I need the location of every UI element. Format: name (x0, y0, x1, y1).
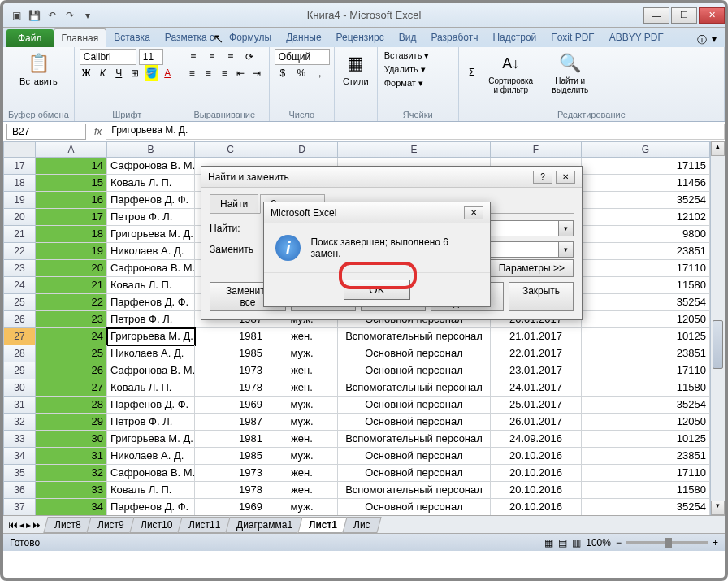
cell[interactable]: Парфенов Д. Ф. (107, 499, 195, 515)
replace-dropdown-icon[interactable]: ▾ (559, 241, 574, 258)
cell[interactable]: Вспомогательный персонал (338, 482, 491, 499)
file-tab[interactable]: Файл (6, 29, 54, 47)
cell[interactable]: 1985 (195, 345, 266, 362)
italic-button[interactable]: К (96, 65, 110, 81)
font-size-combo[interactable] (139, 49, 163, 65)
number-format-combo[interactable] (275, 49, 330, 65)
cell[interactable]: 17115 (582, 158, 710, 175)
ok-button[interactable]: OK (344, 280, 410, 300)
row-header[interactable]: 23 (3, 260, 36, 277)
cell[interactable]: Коваль Л. П. (107, 277, 195, 294)
row-header[interactable]: 28 (3, 345, 36, 362)
cell[interactable]: 1978 (195, 379, 266, 397)
redo-icon[interactable]: ↷ (62, 7, 78, 24)
cell[interactable]: 17110 (582, 362, 710, 379)
minimize-button[interactable]: — (644, 7, 670, 24)
cell[interactable]: 23.01.2017 (491, 362, 582, 379)
delete-cells-button[interactable]: Удалить ▾ (383, 63, 453, 76)
cell[interactable]: 16 (36, 192, 107, 209)
zoom-level[interactable]: 100% (586, 537, 611, 548)
cell[interactable]: муж. (266, 414, 338, 431)
cell[interactable]: 18 (36, 226, 107, 243)
cell[interactable]: муж. (266, 397, 338, 414)
cell[interactable]: 23 (36, 311, 107, 328)
cell[interactable]: 12050 (582, 414, 710, 431)
cell[interactable]: Вспомогательный персонал (338, 431, 491, 448)
cell[interactable]: Основной персонал (338, 345, 491, 362)
cell[interactable]: Сафронова В. М. (107, 362, 195, 379)
sheet-tab[interactable]: Лист1 (298, 517, 349, 533)
cell[interactable]: жен. (266, 379, 338, 397)
cell[interactable]: 1985 (195, 448, 266, 465)
row-header[interactable]: 17 (3, 158, 36, 175)
indent-inc-icon[interactable]: ⇥ (250, 65, 264, 81)
dialog-titlebar[interactable]: Найти и заменить ? ✕ (202, 167, 582, 188)
cell[interactable]: 20.10.2016 (491, 465, 582, 482)
vertical-scrollbar[interactable]: ▴ (710, 141, 725, 158)
view-normal-icon[interactable]: ▦ (544, 537, 553, 548)
dialog-help-button[interactable]: ? (533, 171, 552, 184)
cell[interactable]: 17110 (582, 465, 710, 482)
align-right-icon[interactable]: ≡ (218, 65, 232, 81)
column-header[interactable]: A (36, 141, 107, 158)
cell[interactable]: Петров Ф. Л. (107, 209, 195, 226)
cell[interactable]: 35254 (582, 499, 710, 515)
ribbon-tab[interactable]: Foxit PDF (544, 28, 601, 47)
row-header[interactable]: 24 (3, 277, 36, 294)
align-left-icon[interactable]: ≡ (185, 65, 199, 81)
row-header[interactable]: 34 (3, 448, 36, 465)
row-header[interactable]: 29 (3, 362, 36, 379)
cell[interactable]: 1981 (195, 328, 266, 345)
cell[interactable]: Григорьева М. Д. (107, 431, 195, 448)
row-header[interactable]: 35 (3, 465, 36, 482)
cell[interactable]: 35254 (582, 397, 710, 414)
help-icon[interactable]: ⓘ (697, 33, 707, 47)
cell[interactable]: Коваль Л. П. (107, 379, 195, 397)
cell[interactable]: 1973 (195, 362, 266, 379)
insert-cells-button[interactable]: Вставить ▾ (383, 49, 453, 63)
sheet-tab[interactable]: Лист9 (86, 517, 135, 533)
cell[interactable]: Основной персонал (338, 362, 491, 379)
ribbon-tab[interactable]: Надстрой (485, 28, 544, 47)
cell[interactable]: 23851 (582, 345, 710, 362)
cell[interactable]: Парфенов Д. Ф. (107, 192, 195, 209)
cell[interactable]: Коваль Л. П. (107, 482, 195, 499)
row-header[interactable]: 19 (3, 192, 36, 209)
cell[interactable]: Основной персонал (338, 397, 491, 414)
cell[interactable]: жен. (266, 465, 338, 482)
cell[interactable]: 20.10.2016 (491, 448, 582, 465)
cell[interactable]: Сафронова В. М. (107, 465, 195, 482)
column-header[interactable]: C (195, 141, 266, 158)
percent-icon[interactable]: % (293, 65, 310, 81)
cell[interactable]: Григорьева М. Д. (107, 328, 195, 345)
cell[interactable]: 22.01.2017 (491, 345, 582, 362)
qat-more-icon[interactable]: ▾ (80, 7, 96, 24)
fx-button[interactable]: fx (89, 126, 106, 137)
cell[interactable]: муж. (266, 345, 338, 362)
row-header[interactable]: 36 (3, 482, 36, 499)
cell[interactable]: 11580 (582, 482, 710, 499)
row-header[interactable]: 20 (3, 209, 36, 226)
find-select-button[interactable]: 🔍 Найти и выделить (542, 49, 599, 96)
orientation-icon[interactable]: ⟳ (241, 49, 258, 65)
align-top-icon[interactable]: ≡ (185, 49, 202, 65)
fill-color-button[interactable]: 🪣 (145, 65, 158, 81)
format-cells-button[interactable]: Формат ▾ (383, 76, 453, 90)
cell[interactable]: Коваль Л. П. (107, 175, 195, 192)
name-box[interactable]: B27 (6, 124, 86, 140)
view-break-icon[interactable]: ▥ (572, 537, 581, 548)
row-header[interactable]: 31 (3, 397, 36, 414)
cell[interactable]: 1978 (195, 482, 266, 499)
paste-button[interactable]: 📋 Вставить (8, 49, 69, 88)
cell[interactable]: 10125 (582, 431, 710, 448)
cell[interactable]: Основной персонал (338, 499, 491, 515)
cell[interactable]: 1987 (195, 414, 266, 431)
cell[interactable]: Основной персонал (338, 448, 491, 465)
cell[interactable]: 11456 (582, 175, 710, 192)
cell[interactable]: жен. (266, 328, 338, 345)
align-center-icon[interactable]: ≡ (202, 65, 215, 81)
sheet-next-icon[interactable]: ▸ (26, 519, 31, 531)
cell[interactable]: 1973 (195, 465, 266, 482)
cell[interactable]: 11580 (582, 277, 710, 294)
cell[interactable]: 35254 (582, 294, 710, 311)
